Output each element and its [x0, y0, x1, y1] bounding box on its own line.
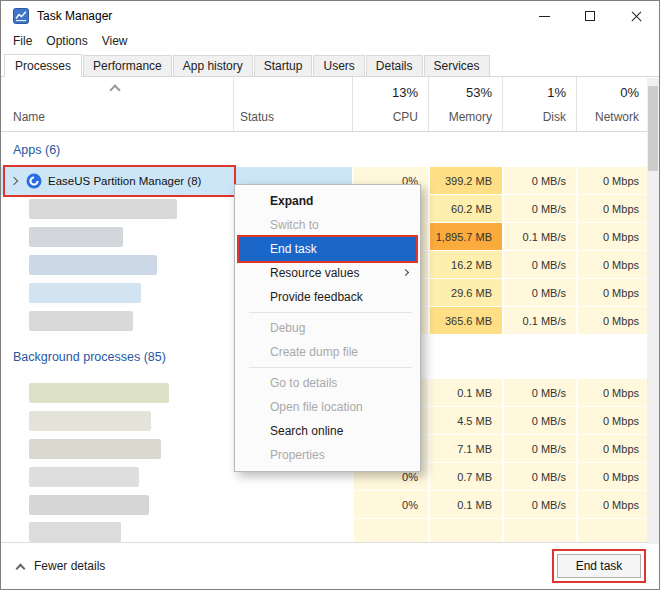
- menu-file[interactable]: File: [6, 32, 39, 50]
- redacted-process-name: [29, 439, 161, 459]
- disk-cell: 0 MB/s: [502, 195, 576, 223]
- maximize-icon: [585, 11, 595, 21]
- vertical-scrollbar[interactable]: [647, 78, 659, 544]
- easeus-logo-icon: [26, 173, 42, 189]
- menu-item-label: Properties: [270, 448, 325, 462]
- memory-cell: 0.1 MB: [428, 491, 502, 519]
- process-row-redacted[interactable]: 0%0.1 MB0 MB/s0 Mbps: [1, 491, 649, 519]
- menu-item-label: Expand: [270, 194, 313, 208]
- network-cell: 0 Mbps: [576, 167, 649, 195]
- network-cell: 0 Mbps: [576, 379, 649, 407]
- disk-cell: [502, 519, 576, 544]
- group-label: Background processes (85): [13, 350, 166, 364]
- memory-cell: 0.7 MB: [428, 463, 502, 491]
- column-header-disk[interactable]: 1% Disk: [502, 77, 576, 131]
- name-cell: [1, 307, 233, 335]
- scrollbar-thumb[interactable]: [648, 86, 658, 171]
- network-cell: 0 Mbps: [576, 307, 649, 335]
- disk-cell: 0 MB/s: [502, 279, 576, 307]
- context-menu-item-provide-feedback[interactable]: Provide feedback: [235, 285, 420, 309]
- tab-users[interactable]: Users: [313, 55, 364, 76]
- disk-cell: 0.1 MB/s: [502, 307, 576, 335]
- disk-cell: 0 MB/s: [502, 491, 576, 519]
- memory-cell: 399.2 MB: [428, 167, 502, 195]
- minimize-icon: [539, 16, 550, 17]
- name-cell: [1, 519, 233, 544]
- end-task-button[interactable]: End task: [557, 554, 641, 578]
- menu-item-label: Go to details: [270, 376, 337, 390]
- context-menu-item-resource-values[interactable]: Resource values: [235, 261, 420, 285]
- status-cell: [233, 491, 352, 519]
- column-header-cpu[interactable]: 13% CPU: [352, 77, 428, 131]
- menubar: FileOptionsView: [1, 31, 659, 51]
- column-header-name[interactable]: Name: [1, 77, 233, 131]
- menu-item-label: Provide feedback: [270, 290, 363, 304]
- menu-options[interactable]: Options: [39, 32, 94, 50]
- redacted-process-name: [29, 255, 157, 275]
- context-menu-item-create-dump-file: Create dump file: [235, 340, 420, 364]
- context-menu-item-properties: Properties: [235, 443, 420, 467]
- submenu-chevron-icon: [402, 269, 409, 276]
- menu-item-label: Resource values: [270, 266, 359, 280]
- memory-total-percent: 53%: [466, 85, 492, 100]
- tab-details[interactable]: Details: [366, 55, 423, 76]
- redacted-process-name: [29, 227, 123, 247]
- name-cell: [1, 379, 233, 407]
- network-cell: 0 Mbps: [576, 279, 649, 307]
- group-row-apps-6[interactable]: Apps (6): [1, 133, 649, 167]
- process-row-redacted[interactable]: [1, 519, 649, 544]
- column-label: Disk: [543, 110, 566, 124]
- disk-cell: 0 MB/s: [502, 407, 576, 435]
- menu-view[interactable]: View: [95, 32, 135, 50]
- redacted-process-name: [29, 283, 141, 303]
- network-cell: 0 Mbps: [576, 435, 649, 463]
- network-cell: 0 Mbps: [576, 407, 649, 435]
- column-header-status[interactable]: Status: [233, 77, 352, 131]
- tab-startup[interactable]: Startup: [254, 55, 313, 76]
- name-cell: [1, 251, 233, 279]
- name-cell: [1, 279, 233, 307]
- redacted-process-name: [29, 467, 139, 487]
- group-label: Apps (6): [13, 143, 60, 157]
- redacted-process-name: [29, 495, 149, 515]
- name-cell: [1, 407, 233, 435]
- close-button[interactable]: [613, 1, 659, 31]
- disk-cell: 0 MB/s: [502, 463, 576, 491]
- close-icon: [630, 10, 643, 23]
- redacted-process-name: [29, 411, 151, 431]
- context-menu-item-expand[interactable]: Expand: [235, 189, 420, 213]
- column-header-row: Name Status 13% CPU 53% Memory 1% Disk 0…: [1, 77, 649, 132]
- disk-cell: 0.1 MB/s: [502, 223, 576, 251]
- memory-cell: [428, 519, 502, 544]
- column-label: Network: [595, 110, 639, 124]
- window-controls: [521, 1, 659, 31]
- chevron-right-icon[interactable]: [10, 177, 18, 185]
- context-menu-item-end-task[interactable]: End task: [238, 237, 417, 261]
- window-title: Task Manager: [37, 9, 112, 23]
- tab-processes[interactable]: Processes: [4, 54, 82, 77]
- tab-performance[interactable]: Performance: [83, 55, 172, 76]
- network-total-percent: 0%: [620, 85, 639, 100]
- disk-cell: 0 MB/s: [502, 435, 576, 463]
- cpu-cell: [352, 519, 428, 544]
- memory-cell: 29.6 MB: [428, 279, 502, 307]
- chevron-up-icon: [16, 563, 26, 573]
- maximize-button[interactable]: [567, 1, 613, 31]
- column-header-memory[interactable]: 53% Memory: [428, 77, 502, 131]
- name-cell: Background processes (85): [1, 350, 233, 364]
- network-cell: 0 Mbps: [576, 491, 649, 519]
- disk-total-percent: 1%: [547, 85, 566, 100]
- sort-ascending-chevron-icon: [109, 84, 120, 95]
- task-manager-window: Task Manager FileOptionsView ProcessesPe…: [0, 0, 660, 590]
- footer-bar: Fewer details End task: [1, 542, 659, 589]
- tab-services[interactable]: Services: [424, 55, 490, 76]
- tab-app-history[interactable]: App history: [173, 55, 253, 76]
- fewer-details-toggle[interactable]: Fewer details: [17, 559, 105, 573]
- menu-item-label: Create dump file: [270, 345, 358, 359]
- menu-item-label: Open file location: [270, 400, 363, 414]
- menu-separator: [249, 312, 412, 313]
- network-cell: 0 Mbps: [576, 463, 649, 491]
- minimize-button[interactable]: [521, 1, 567, 31]
- column-header-network[interactable]: 0% Network: [576, 77, 649, 131]
- context-menu-item-search-online[interactable]: Search online: [235, 419, 420, 443]
